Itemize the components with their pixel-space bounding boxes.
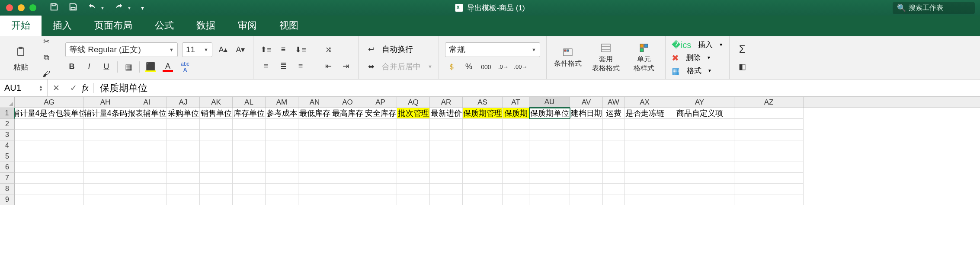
cell-AN9[interactable] — [298, 194, 331, 205]
cell-AI4[interactable] — [127, 140, 167, 151]
decrease-font-button[interactable]: A▾ — [234, 43, 247, 56]
cell-AR4[interactable] — [430, 140, 463, 151]
cell-AX1[interactable]: 是否走冻链 — [625, 108, 665, 119]
cell-AP1[interactable]: 安全库存 — [364, 108, 397, 119]
cell-AK7[interactable] — [200, 173, 233, 184]
cell-AP3[interactable] — [364, 130, 397, 140]
decrease-indent-button[interactable]: ⇤ — [322, 60, 335, 73]
cell-AQ9[interactable] — [397, 194, 430, 205]
cell-AP9[interactable] — [364, 194, 397, 205]
increase-decimal-button[interactable]: .0→ — [497, 60, 510, 73]
cell-AL2[interactable] — [233, 119, 266, 130]
cell-AK2[interactable] — [200, 119, 233, 130]
cell-AL1[interactable]: 库存单位 — [233, 108, 266, 119]
cell-AY2[interactable] — [665, 119, 734, 130]
cell-AV4[interactable] — [570, 140, 603, 151]
name-box-stepper[interactable]: ▲▼ — [39, 85, 43, 92]
cell-AX4[interactable] — [625, 140, 665, 151]
align-top-button[interactable]: ⬆≡ — [259, 43, 272, 56]
underline-button[interactable]: U — [100, 60, 113, 73]
format-cells-button[interactable]: ▦格式▼ — [672, 66, 723, 76]
cell-AR9[interactable] — [430, 194, 463, 205]
save-icon[interactable] — [49, 2, 59, 14]
minimize-window-button[interactable] — [18, 4, 25, 11]
cell-AR8[interactable] — [430, 184, 463, 194]
cell-AG1[interactable]: 辅计量4是否包装单位 — [15, 108, 84, 119]
cell-AH3[interactable] — [84, 130, 127, 140]
cell-AX6[interactable] — [625, 162, 665, 173]
row-header-8[interactable]: 8 — [0, 184, 15, 194]
col-header-AV[interactable]: AV — [570, 97, 603, 108]
copy-button[interactable]: ⧉ — [40, 51, 53, 64]
cell-AV7[interactable] — [570, 173, 603, 184]
cell-AU5[interactable] — [529, 151, 570, 162]
cell-AP2[interactable] — [364, 119, 397, 130]
cell-AT2[interactable] — [503, 119, 529, 130]
cell-AM6[interactable] — [266, 162, 298, 173]
cell-AM8[interactable] — [266, 184, 298, 194]
font-color-button[interactable]: A — [161, 60, 174, 73]
fill-color-button[interactable]: ⬛ — [144, 60, 157, 73]
cell-AS3[interactable] — [463, 130, 503, 140]
cell-AI2[interactable] — [127, 119, 167, 130]
cell-AT9[interactable] — [503, 194, 529, 205]
cell-AJ7[interactable] — [167, 173, 200, 184]
col-header-AT[interactable]: AT — [503, 97, 529, 108]
cell-AI1[interactable]: 报表辅单位 — [127, 108, 167, 119]
align-left-button[interactable]: ≡ — [259, 60, 272, 73]
cell-AU3[interactable] — [529, 130, 570, 140]
cell-AO2[interactable] — [331, 119, 364, 130]
cell-AK9[interactable] — [200, 194, 233, 205]
row-header-1[interactable]: 1 — [0, 108, 15, 119]
cell-AO9[interactable] — [331, 194, 364, 205]
save-alt-icon[interactable] — [68, 2, 78, 14]
cell-AM7[interactable] — [266, 173, 298, 184]
undo-icon[interactable] — [87, 2, 97, 14]
cell-AI5[interactable] — [127, 151, 167, 162]
col-header-AJ[interactable]: AJ — [167, 97, 200, 108]
select-all-corner[interactable] — [0, 97, 15, 108]
cell-AM2[interactable] — [266, 119, 298, 130]
cell-AN3[interactable] — [298, 130, 331, 140]
tab-formulas[interactable]: 公式 — [144, 15, 185, 36]
cell-AX9[interactable] — [625, 194, 665, 205]
cell-AQ4[interactable] — [397, 140, 430, 151]
cell-AY6[interactable] — [665, 162, 734, 173]
align-bottom-button[interactable]: ⬇≡ — [294, 43, 307, 56]
row-header-7[interactable]: 7 — [0, 173, 15, 184]
cell-AR2[interactable] — [430, 119, 463, 130]
cell-AJ9[interactable] — [167, 194, 200, 205]
cell-AL9[interactable] — [233, 194, 266, 205]
fx-icon[interactable]: fx — [82, 83, 94, 93]
cell-AG3[interactable] — [15, 130, 84, 140]
sheet-search-input[interactable] — [909, 4, 974, 12]
cell-AL5[interactable] — [233, 151, 266, 162]
format-painter-button[interactable]: 🖌 — [40, 68, 53, 81]
col-header-AQ[interactable]: AQ — [397, 97, 430, 108]
increase-indent-button[interactable]: ⇥ — [339, 60, 352, 73]
col-header-AG[interactable]: AG — [15, 97, 84, 108]
cell-AJ2[interactable] — [167, 119, 200, 130]
cell-AZ8[interactable] — [734, 184, 804, 194]
cell-AL7[interactable] — [233, 173, 266, 184]
cell-AO3[interactable] — [331, 130, 364, 140]
decrease-decimal-button[interactable]: .00→ — [514, 60, 527, 73]
sheet-search[interactable]: 🔍 — [893, 2, 975, 14]
align-middle-button[interactable]: ≡ — [277, 43, 290, 56]
cell-AZ3[interactable] — [734, 130, 804, 140]
cell-AR3[interactable] — [430, 130, 463, 140]
accept-formula-button[interactable]: ✓ — [65, 83, 82, 93]
cell-AY4[interactable] — [665, 140, 734, 151]
cell-AV1[interactable]: 建档日期 — [570, 108, 603, 119]
merge-center-button[interactable]: ⬌ 合并后居中 ▼ — [365, 60, 432, 73]
cell-AW5[interactable] — [603, 151, 625, 162]
cell-AN7[interactable] — [298, 173, 331, 184]
row-header-2[interactable]: 2 — [0, 119, 15, 130]
cell-AS5[interactable] — [463, 151, 503, 162]
cell-AT8[interactable] — [503, 184, 529, 194]
cell-AW9[interactable] — [603, 194, 625, 205]
cut-button[interactable]: ✂ — [40, 35, 53, 48]
row-header-6[interactable]: 6 — [0, 162, 15, 173]
col-header-AW[interactable]: AW — [603, 97, 625, 108]
cell-AV6[interactable] — [570, 162, 603, 173]
